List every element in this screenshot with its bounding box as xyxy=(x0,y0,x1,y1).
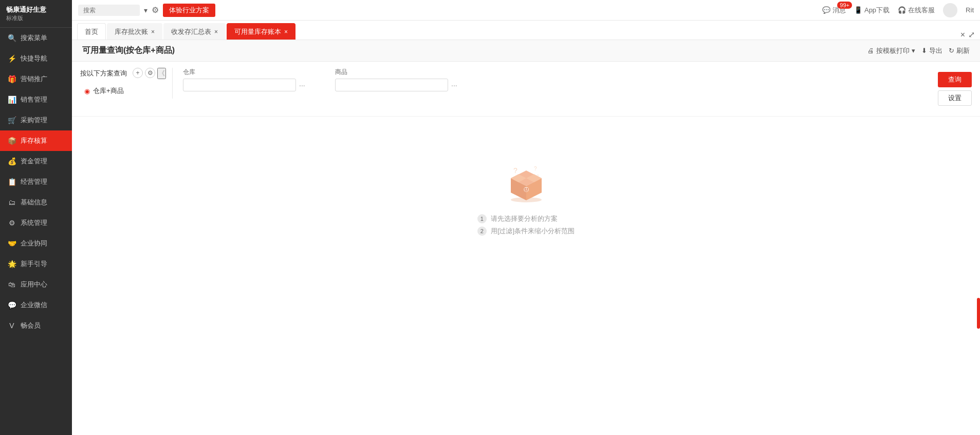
enterprise-icon: 🤝 xyxy=(7,239,16,248)
product-label: 商品 xyxy=(335,68,479,77)
tab-close-available-ledger[interactable]: × xyxy=(284,28,288,35)
tab-close-batch-account[interactable]: × xyxy=(151,28,155,35)
query-btn[interactable]: 查询 xyxy=(938,72,972,87)
sidebar-item-label-inventory: 库存核算 xyxy=(21,136,47,145)
topbar-app-download[interactable]: 📱 App下载 xyxy=(854,6,890,15)
settings-btn[interactable]: 设置 xyxy=(938,90,972,106)
main-area: ▾ ⚙ 体验行业方案 💬 消息 99+ 📱 App下载 🎧 在线客服 Rit 首… xyxy=(72,0,980,435)
scheme-item-warehouse-product[interactable]: ◉ 仓库+商品 xyxy=(80,83,166,99)
warehouse-more-btn[interactable]: ··· xyxy=(299,81,305,89)
page-header-actions: 🖨 按模板打印 ▾ ⬇ 导出 ↻ 刷新 xyxy=(867,46,970,55)
customer-service-label: 在线客服 xyxy=(908,6,935,15)
sidebar-item-label-marketing: 营销推广 xyxy=(21,74,47,84)
filter-group-warehouse: 仓库 ··· xyxy=(183,68,327,91)
sidebar-nav: 🔍搜索菜单⚡快捷导航🎁营销推广📊销售管理🛒采购管理📦库存核算💰资金管理📋经营管理… xyxy=(0,28,72,435)
sidebar-item-label-enterprise: 企业协同 xyxy=(21,239,47,248)
sidebar-item-guide[interactable]: 🌟新手引导 xyxy=(0,254,72,274)
action-buttons: 查询 设置 xyxy=(938,68,972,110)
inventory-icon: 📦 xyxy=(7,136,16,145)
collapse-scheme-btn[interactable]: 《 xyxy=(157,68,166,79)
empty-tip-2: 2 用[过滤]条件来缩小分析范围 xyxy=(477,226,575,236)
refresh-icon: ↻ xyxy=(949,47,954,54)
close-all-tabs-btn[interactable]: × xyxy=(960,30,965,40)
guide-icon: 🌟 xyxy=(7,259,16,269)
topbar-industry-btn[interactable]: 体验行业方案 xyxy=(163,4,215,17)
tab-close-collect-summary[interactable]: × xyxy=(214,28,218,35)
tab-available-ledger[interactable]: 可用量库存账本× xyxy=(227,23,295,40)
tip-number-1: 1 xyxy=(477,214,487,223)
phone-icon: 📱 xyxy=(854,6,862,14)
add-scheme-btn[interactable]: + xyxy=(133,68,143,78)
sidebar-item-label-search: 搜索菜单 xyxy=(21,33,47,43)
sidebar-item-marketing[interactable]: 🎁营销推广 xyxy=(0,69,72,89)
sidebar-item-label-operation: 经营管理 xyxy=(21,177,47,186)
sidebar-item-system[interactable]: ⚙系统管理 xyxy=(0,213,72,233)
messages-count: 99+ xyxy=(837,2,852,9)
export-btn[interactable]: ⬇ 导出 xyxy=(921,46,942,55)
scheme-header: 按以下方案查询 + ⚙ 《 xyxy=(80,68,166,79)
sidebar-item-label-quick-nav: 快捷导航 xyxy=(21,54,47,63)
sidebar-item-member[interactable]: V畅会员 xyxy=(0,315,72,336)
print-btn[interactable]: 🖨 按模板打印 ▾ xyxy=(867,46,915,55)
sidebar-item-basic[interactable]: 🗂基础信息 xyxy=(0,192,72,213)
topbar-customer-service[interactable]: 🎧 在线客服 xyxy=(898,6,935,15)
sidebar-item-inventory[interactable]: 📦库存核算 xyxy=(0,130,72,151)
topbar-right: 💬 消息 99+ 📱 App下载 🎧 在线客服 Rit xyxy=(822,3,974,17)
refresh-btn[interactable]: ↻ 刷新 xyxy=(949,46,970,55)
scheme-label: 按以下方案查询 xyxy=(80,69,127,78)
sidebar-item-purchase[interactable]: 🛒采购管理 xyxy=(0,110,72,130)
sales-icon: 📊 xyxy=(7,95,16,104)
tab-collect-summary[interactable]: 收发存汇总表× xyxy=(163,23,226,40)
tab-label-home: 首页 xyxy=(85,27,98,36)
sidebar-item-operation[interactable]: 📋经营管理 xyxy=(0,172,72,192)
sidebar-item-enterprise[interactable]: 🤝企业协同 xyxy=(0,233,72,254)
sidebar-item-label-appstore: 应用中心 xyxy=(21,280,47,289)
sidebar-item-label-system: 系统管理 xyxy=(21,218,47,228)
tab-label-available-ledger: 可用量库存账本 xyxy=(234,27,281,36)
member-icon: V xyxy=(7,321,16,330)
sidebar: 畅康通好生意 标准版 🔍搜索菜单⚡快捷导航🎁营销推广📊销售管理🛒采购管理📦库存核… xyxy=(0,0,72,435)
scheme-header-actions: + ⚙ 《 xyxy=(133,68,166,79)
svg-text:?: ? xyxy=(537,174,539,178)
topbar-gear-icon[interactable]: ⚙ xyxy=(152,5,159,15)
expand-tabs-btn[interactable]: ⤢ xyxy=(968,30,975,40)
page-title: 可用量查询(按仓库+商品) xyxy=(82,45,175,56)
tab-batch-account[interactable]: 库存批次账× xyxy=(107,23,162,40)
product-input[interactable] xyxy=(335,79,448,91)
warehouse-input[interactable] xyxy=(183,79,296,91)
sidebar-item-wechat[interactable]: 💬企业微信 xyxy=(0,295,72,315)
topbar: ▾ ⚙ 体验行业方案 💬 消息 99+ 📱 App下载 🎧 在线客服 Rit xyxy=(72,0,980,21)
topbar-search-input[interactable] xyxy=(78,5,140,16)
svg-text:?: ? xyxy=(513,166,517,175)
filter-input-row-product: ··· xyxy=(335,79,479,91)
scheme-item-label: 仓库+商品 xyxy=(93,86,124,96)
filter-input-row-warehouse: ··· xyxy=(183,79,327,91)
topbar-dropdown-btn[interactable]: ▾ xyxy=(144,6,147,14)
tab-label-batch-account: 库存批次账 xyxy=(115,27,148,36)
topbar-messages[interactable]: 💬 消息 99+ xyxy=(822,6,846,15)
sidebar-item-label-finance: 资金管理 xyxy=(21,157,47,166)
tab-right-controls: ×⤢ xyxy=(960,30,980,40)
topbar-username: Rit xyxy=(966,6,974,14)
sidebar-item-finance[interactable]: 💰资金管理 xyxy=(0,151,72,172)
query-section: 按以下方案查询 + ⚙ 《 ◉ 仓库+商品 仓库 xyxy=(72,62,980,117)
edit-scheme-btn[interactable]: ⚙ xyxy=(145,68,155,78)
product-more-btn[interactable]: ··· xyxy=(451,81,457,89)
empty-tip-1: 1 请先选择要分析的方案 xyxy=(477,214,575,223)
sidebar-item-appstore[interactable]: 🛍应用中心 xyxy=(0,274,72,295)
tab-home[interactable]: 首页 xyxy=(77,23,106,40)
sidebar-item-quick-nav[interactable]: ⚡快捷导航 xyxy=(0,48,72,69)
sidebar-item-search[interactable]: 🔍搜索菜单 xyxy=(0,28,72,48)
tip-number-2: 2 xyxy=(477,226,487,236)
sidebar-item-label-purchase: 采购管理 xyxy=(21,116,47,125)
basic-icon: 🗂 xyxy=(7,198,16,207)
user-avatar xyxy=(943,3,957,17)
message-icon: 💬 xyxy=(822,6,830,14)
filter-row: 仓库 ··· 商品 ··· xyxy=(183,68,928,91)
app-download-label: App下载 xyxy=(864,6,890,15)
right-scrollbar[interactable] xyxy=(977,298,980,329)
purchase-icon: 🛒 xyxy=(7,116,16,125)
scheme-dot-icon: ◉ xyxy=(84,87,90,95)
finance-icon: 💰 xyxy=(7,157,16,166)
sidebar-item-sales[interactable]: 📊销售管理 xyxy=(0,89,72,110)
